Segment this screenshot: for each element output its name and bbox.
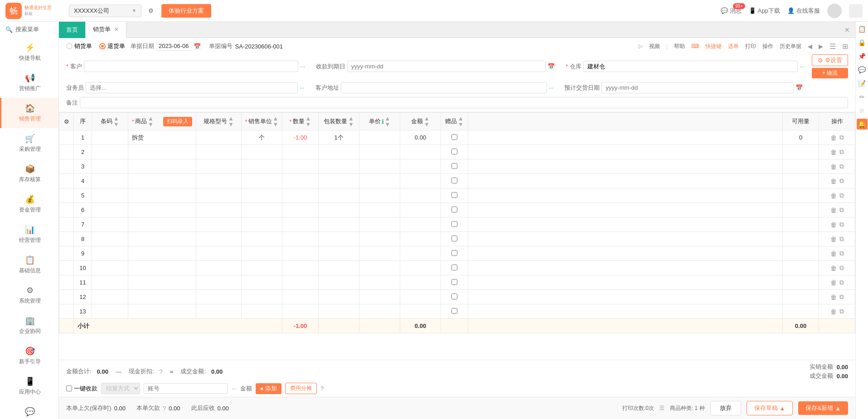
history-btn[interactable]: 历史单据 xyxy=(780,43,801,50)
row-q-7[interactable] xyxy=(282,217,319,232)
del-5[interactable]: 🗑 xyxy=(830,192,837,199)
row-q-4[interactable] xyxy=(282,174,319,188)
company-selector[interactable]: XXXXXX公司 ▼ xyxy=(69,5,141,17)
row-pq-3[interactable] xyxy=(319,159,359,174)
radio-return[interactable]: 退货单 xyxy=(99,42,125,50)
gift-cb-5[interactable] xyxy=(451,192,457,198)
sidebar-item-sales[interactable]: 🏠 销售管理 xyxy=(0,98,58,128)
row-b-2[interactable] xyxy=(92,145,128,159)
row-b-11[interactable] xyxy=(92,275,128,290)
row-pq-13[interactable] xyxy=(319,304,359,319)
row-gi-12[interactable] xyxy=(441,290,468,304)
date-value[interactable]: 2023-06-06 xyxy=(157,42,191,51)
radio-sales[interactable]: 销货单 xyxy=(66,42,92,50)
row-gi-8[interactable] xyxy=(441,232,468,246)
gift-cb-12[interactable] xyxy=(451,294,457,299)
tab-home[interactable]: 首页 xyxy=(59,22,86,38)
cp-6[interactable]: ⧉ xyxy=(839,206,844,214)
payment-help-icon[interactable]: ? xyxy=(320,385,324,392)
row-q-5[interactable] xyxy=(282,188,319,203)
sidebar-item-apps[interactable]: 📱 应用中心 xyxy=(0,371,58,401)
row-gi-3[interactable] xyxy=(441,159,468,174)
row-gi-10[interactable] xyxy=(441,261,468,275)
row-u-8[interactable] xyxy=(242,232,282,246)
row-packqty-1[interactable]: 1个 xyxy=(319,130,359,145)
row-p-8[interactable] xyxy=(359,232,400,246)
row-q-12[interactable] xyxy=(282,290,319,304)
row-sp-2[interactable] xyxy=(196,145,242,159)
row-q-10[interactable] xyxy=(282,261,319,275)
view-list-icon[interactable]: ☰ xyxy=(829,42,836,51)
rp-icon-8[interactable]: 🔔 xyxy=(857,119,868,130)
row-g-7[interactable] xyxy=(128,217,196,232)
warehouse-input[interactable] xyxy=(583,61,798,72)
row-pq-2[interactable] xyxy=(319,145,359,159)
cp-2[interactable]: ⧉ xyxy=(839,148,844,156)
customer-address-input[interactable] xyxy=(341,82,547,93)
settings-btn[interactable]: ⚙ ⚙设置 xyxy=(812,54,848,66)
row-remark-1[interactable] xyxy=(468,130,783,145)
row-pq-10[interactable] xyxy=(319,261,359,275)
row-sp-5[interactable] xyxy=(196,188,242,203)
row-r-3[interactable] xyxy=(468,159,783,174)
cp-9[interactable]: ⧉ xyxy=(839,250,844,257)
delivery-cal-icon[interactable]: 📅 xyxy=(795,84,803,91)
row-sp-11[interactable] xyxy=(196,275,242,290)
row-r-4[interactable] xyxy=(468,174,783,188)
sidebar-item-guide[interactable]: 🎯 新手引导 xyxy=(0,341,58,371)
gift-cb-8[interactable] xyxy=(451,236,457,241)
one-click-payment-checkbox[interactable] xyxy=(66,385,72,391)
help-btn[interactable]: 帮助 xyxy=(674,43,685,50)
customer-input[interactable] xyxy=(84,61,298,72)
price-sort[interactable]: ▲▼ xyxy=(385,116,391,127)
row-r-8[interactable] xyxy=(468,232,783,246)
row-gi-7[interactable] xyxy=(441,217,468,232)
payment-dots[interactable]: ··· xyxy=(232,385,237,392)
sidebar-item-operation[interactable]: 📊 经营管理 xyxy=(0,219,58,250)
del-3[interactable]: 🗑 xyxy=(830,163,837,170)
row-p-9[interactable] xyxy=(359,246,400,261)
row-p-3[interactable] xyxy=(359,159,400,174)
row-pq-6[interactable] xyxy=(319,203,359,217)
row-g-12[interactable] xyxy=(128,290,196,304)
row-a-6[interactable] xyxy=(400,203,441,217)
scan-btn[interactable]: 扫码录入 xyxy=(163,117,192,126)
row-b-12[interactable] xyxy=(92,290,128,304)
sidebar-item-purchase[interactable]: 🛒 采购管理 xyxy=(0,128,58,159)
row-q-2[interactable] xyxy=(282,145,319,159)
message-btn[interactable]: 💬 消息 99+ xyxy=(721,7,742,15)
row-gi-4[interactable] xyxy=(441,174,468,188)
address-dots-btn[interactable]: ··· xyxy=(549,84,554,91)
sidebar-item-inventory[interactable]: 📦 库存核算 xyxy=(0,159,58,189)
row-u-6[interactable] xyxy=(242,203,282,217)
row-pq-9[interactable] xyxy=(319,246,359,261)
gift-cb-2[interactable] xyxy=(451,149,457,154)
row-pq-4[interactable] xyxy=(319,174,359,188)
row-pq-7[interactable] xyxy=(319,217,359,232)
row-q-11[interactable] xyxy=(282,275,319,290)
cp-4[interactable]: ⧉ xyxy=(839,177,844,185)
rp-icon-7[interactable]: ☆ xyxy=(857,105,868,116)
row-price-1[interactable] xyxy=(359,130,400,145)
avatar[interactable] xyxy=(827,4,842,18)
sidebar-search[interactable]: 🔍 搜索菜单 xyxy=(0,22,58,37)
row-p-10[interactable] xyxy=(359,261,400,275)
del-9[interactable]: 🗑 xyxy=(830,250,837,257)
total-due-help[interactable]: ? xyxy=(163,405,166,412)
row-u-11[interactable] xyxy=(242,275,282,290)
row-pq-8[interactable] xyxy=(319,232,359,246)
row-sp-8[interactable] xyxy=(196,232,242,246)
row-p-5[interactable] xyxy=(359,188,400,203)
row-b-9[interactable] xyxy=(92,246,128,261)
row-p-6[interactable] xyxy=(359,203,400,217)
del-11[interactable]: 🗑 xyxy=(830,279,837,286)
cp-13[interactable]: ⧉ xyxy=(839,308,844,315)
video-btn[interactable]: 视频 xyxy=(649,43,660,50)
select-btn[interactable]: 选单 xyxy=(728,43,739,50)
sidebar-item-system[interactable]: ⚙ 系统管理 xyxy=(0,280,58,310)
qty-sort[interactable]: ▲▼ xyxy=(305,116,311,127)
salesperson-input[interactable] xyxy=(86,82,298,93)
row-pq-12[interactable] xyxy=(319,290,359,304)
row-gi-2[interactable] xyxy=(441,145,468,159)
rp-icon-1[interactable]: 📋 xyxy=(857,24,868,34)
